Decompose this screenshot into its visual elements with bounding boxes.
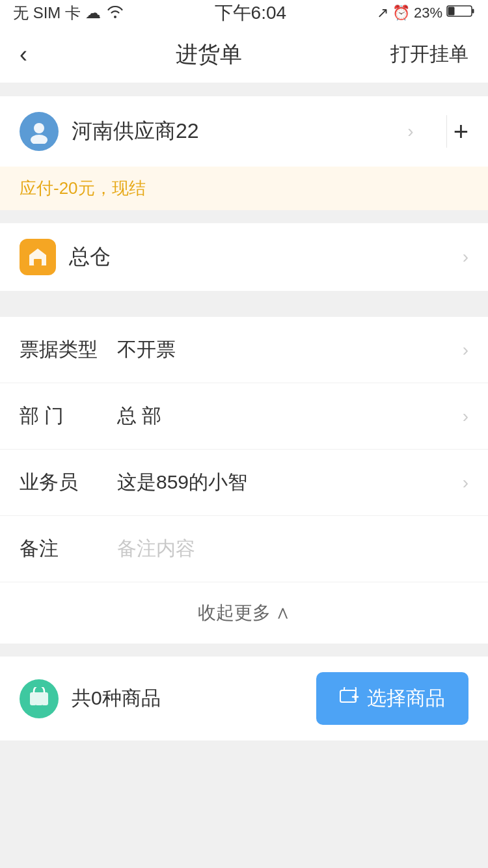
gap-1 <box>0 83 488 96</box>
svg-rect-2 <box>472 9 474 14</box>
wifi-icon <box>106 4 124 22</box>
sim-label: 无 SIM 卡 ☁ <box>13 3 101 23</box>
main-background <box>0 740 488 868</box>
gap-3 <box>0 291 488 304</box>
svg-point-4 <box>31 135 47 144</box>
warehouse-name: 总仓 <box>69 243 463 271</box>
supplier-name: 河南供应商22 <box>72 117 407 146</box>
gap-4 <box>0 644 488 657</box>
collapse-button[interactable]: 收起更多 ∧ <box>0 582 488 644</box>
salesperson-chevron-icon: › <box>463 472 468 493</box>
invoice-type-row[interactable]: 票据类型 不开票 › <box>0 317 488 383</box>
remark-input[interactable]: 备注内容 <box>117 536 468 562</box>
alarm-icon: ⏰ <box>392 5 410 21</box>
department-value: 总 部 <box>117 403 463 429</box>
svg-point-3 <box>34 123 44 133</box>
location-icon: ↗ <box>377 5 388 21</box>
invoice-type-value: 不开票 <box>117 336 463 363</box>
back-button[interactable]: ‹ <box>20 41 27 68</box>
status-left: 无 SIM 卡 ☁ <box>13 3 124 23</box>
svg-point-8 <box>41 705 44 708</box>
warehouse-row[interactable]: 总仓 › <box>0 223 488 291</box>
svg-rect-1 <box>448 7 455 16</box>
battery-icon <box>446 4 475 22</box>
collapse-section: 收起更多 ∧ <box>0 582 488 644</box>
status-bar: 无 SIM 卡 ☁ 下午6:04 ↗ ⏰ 23% <box>0 0 488 26</box>
notice-bar: 应付-20元，现结 <box>0 167 488 210</box>
svg-rect-5 <box>34 259 42 265</box>
svg-rect-6 <box>30 692 48 705</box>
status-right: ↗ ⏰ 23% <box>377 4 475 22</box>
select-goods-icon <box>340 687 360 710</box>
department-row[interactable]: 部 门 总 部 › <box>0 383 488 449</box>
goods-count: 共0种商品 <box>72 685 316 712</box>
page-title: 进货单 <box>176 40 242 70</box>
select-goods-button[interactable]: 选择商品 <box>316 672 468 725</box>
gap-2 <box>0 210 488 223</box>
status-time: 下午6:04 <box>215 1 287 25</box>
department-chevron-icon: › <box>463 406 468 427</box>
nav-bar: ‹ 进货单 打开挂单 <box>0 26 488 83</box>
vertical-divider <box>446 115 447 148</box>
supplier-row[interactable]: 河南供应商22 › + <box>0 96 488 167</box>
open-pending-button[interactable]: 打开挂单 <box>390 41 468 68</box>
cart-icon <box>20 679 59 718</box>
department-label: 部 门 <box>20 403 111 429</box>
salesperson-row[interactable]: 业务员 这是859的小智 › <box>0 449 488 515</box>
warehouse-icon <box>20 239 56 275</box>
invoice-type-chevron-icon: › <box>463 340 468 360</box>
remark-row[interactable]: 备注 备注内容 <box>0 515 488 582</box>
remark-label: 备注 <box>20 536 111 562</box>
notice-text: 应付-20元，现结 <box>20 178 146 198</box>
invoice-type-label: 票据类型 <box>20 336 111 363</box>
select-goods-label: 选择商品 <box>367 685 445 712</box>
salesperson-label: 业务员 <box>20 469 111 496</box>
salesperson-value: 这是859的小智 <box>117 469 463 496</box>
warehouse-chevron-icon: › <box>463 247 468 267</box>
bottom-bar: 共0种商品 选择商品 <box>0 657 488 740</box>
form-section: 票据类型 不开票 › 部 门 总 部 › 业务员 这是859的小智 › 备注 备… <box>0 317 488 582</box>
battery-label: 23% <box>414 5 442 21</box>
add-supplier-button[interactable]: + <box>454 118 468 144</box>
svg-point-7 <box>34 705 38 708</box>
supplier-chevron-icon: › <box>407 121 413 142</box>
supplier-avatar <box>20 112 59 151</box>
supplier-section: 河南供应商22 › + 应付-20元，现结 <box>0 96 488 210</box>
